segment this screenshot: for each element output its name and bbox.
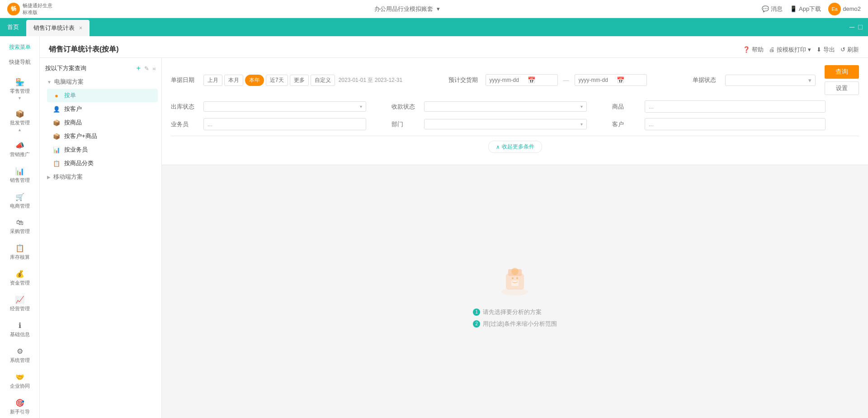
last7days-button[interactable]: 近7天 — [266, 75, 288, 86]
department-arrow-icon: ▾ — [580, 122, 583, 127]
sidebar-item-basic[interactable]: ℹ 基础信息 — [0, 317, 39, 342]
tab-minimize-button[interactable]: ─ — [849, 23, 854, 31]
message-button[interactable]: 💬 消息 — [762, 5, 783, 13]
sidebar-item-marketing[interactable]: 📣 营销推广 — [0, 137, 39, 162]
date-buttons: 上月 本月 本年 近7天 更多 自定义 2023-01-01 至 2023-12… — [203, 75, 402, 86]
department-select[interactable]: ▾ — [424, 119, 587, 129]
help-button[interactable]: ❓ 帮助 — [743, 46, 764, 54]
logo-text: 畅捷通好生意 标准版 — [23, 2, 52, 15]
top-bar-right: 💬 消息 📱 App下载 Ea demo2 — [762, 3, 861, 15]
filter-row-2: 出库状态 ▾ 收款状态 ▾ 商品 — [171, 100, 859, 113]
scheme-item-by-product[interactable]: 📦 按商品 — [47, 116, 158, 129]
sidebar-item-purchase[interactable]: 🛍 采购管理 — [0, 214, 39, 239]
tab-home[interactable]: 首页 — [0, 18, 26, 36]
expected-date-end-input[interactable] — [579, 77, 615, 83]
export-button[interactable]: ⬇ 导出 — [816, 46, 835, 54]
svg-point-5 — [512, 277, 514, 279]
sidebar-item-enterprise[interactable]: 🤝 企业协同 — [0, 368, 39, 394]
this-year-button[interactable]: 本年 — [245, 75, 264, 86]
product-label: 商品 — [612, 103, 639, 111]
salesperson-ellipsis[interactable]: ... — [208, 121, 212, 128]
company-dropdown-icon: ▾ — [437, 5, 440, 12]
sidebar-item-inventory[interactable]: 📋 库存核算 — [0, 239, 39, 265]
page-actions: ❓ 帮助 🖨 按模板打印 ▾ ⬇ 导出 ↺ 刷新 — [743, 46, 859, 54]
scheme-item-by-customer[interactable]: 👤 按客户 — [47, 102, 158, 116]
empty-tip-1: 1 请先选择要分析的方案 — [473, 308, 557, 316]
scheme-collapse-icon[interactable]: « — [153, 65, 156, 72]
sidebar-item-system[interactable]: ⚙ 系统管理 — [0, 342, 39, 368]
product-input[interactable]: ... — [645, 100, 826, 113]
sidebar-item-sales[interactable]: 📊 销售管理 — [0, 162, 39, 188]
sidebar-search-menu[interactable]: 搜索菜单 — [0, 40, 39, 55]
scheme-edit-icon[interactable]: ✎ — [144, 65, 149, 72]
operations-icon: 📈 — [15, 295, 24, 304]
print-dropdown-icon: ▾ — [808, 46, 811, 53]
query-button[interactable]: 查询 — [825, 65, 859, 79]
customer-ellipsis[interactable]: ... — [649, 121, 654, 128]
tab-maximize-button[interactable]: □ — [858, 23, 863, 31]
avatar: Ea — [828, 3, 841, 15]
tab-sales-order-stats[interactable]: 销售订单统计表 × — [26, 20, 90, 36]
print-icon: 🖨 — [769, 46, 775, 53]
status-select[interactable]: ▾ — [725, 75, 816, 86]
customer-input[interactable]: ... — [645, 118, 826, 130]
main-layout: 搜索菜单 快捷导航 🏪 零售管理 ▼ 📦 批发管理 ▲ 📣 营销推广 📊 销售管… — [0, 36, 868, 418]
sidebar-item-newbie[interactable]: 🎯 新手引导 — [0, 394, 39, 418]
empty-illustration — [492, 256, 538, 301]
inventory-icon: 📋 — [15, 244, 24, 252]
filter-row-1: 单据日期 上月 本月 本年 近7天 更多 自定义 2023-01-01 至 20… — [171, 65, 859, 95]
filter-actions: 查询 设置 — [825, 65, 859, 95]
date-separator: — — [563, 77, 569, 84]
tab-close-icon[interactable]: × — [79, 25, 82, 31]
app-download-button[interactable]: 📱 App下载 — [790, 5, 821, 13]
salesperson-input[interactable]: ... — [203, 118, 366, 130]
this-month-button[interactable]: 本月 — [224, 75, 243, 86]
sidebar-item-finance[interactable]: 💰 资金管理 — [0, 265, 39, 291]
purchase-icon: 🛍 — [16, 218, 24, 227]
by-customer-icon: 👤 — [52, 105, 61, 113]
wholesale-expand-icon: ▲ — [18, 128, 22, 132]
collapse-bar-inner[interactable]: ∧ 收起更多条件 — [488, 141, 542, 153]
print-button[interactable]: 🖨 按模板打印 ▾ — [769, 46, 811, 54]
scheme-panel-title: 按以下方案查询 — [45, 64, 86, 72]
sidebar-item-retail[interactable]: 🏪 零售管理 ▼ — [0, 73, 39, 105]
ecommerce-icon: 🛒 — [15, 193, 24, 201]
sidebar-item-ecommerce[interactable]: 🛒 电商管理 — [0, 188, 39, 214]
custom-date-button[interactable]: 自定义 — [311, 75, 335, 86]
sidebar-item-wholesale[interactable]: 📦 批发管理 ▲ — [0, 105, 39, 137]
by-salesperson-icon: 📊 — [52, 146, 61, 154]
expected-date-start-input[interactable] — [490, 77, 526, 83]
tip-text-1: 请先选择要分析的方案 — [483, 308, 542, 316]
expected-date-end[interactable]: 📅 — [575, 74, 647, 86]
user-menu[interactable]: Ea demo2 — [828, 3, 861, 15]
shipment-select[interactable]: ▾ — [203, 101, 366, 112]
tab-bar-actions: ─ □ — [849, 18, 868, 36]
product-ellipsis[interactable]: ... — [649, 103, 654, 110]
filter-panel: 单据日期 上月 本月 本年 近7天 更多 自定义 2023-01-01 至 20… — [162, 58, 868, 165]
collapse-bar[interactable]: ∧ 收起更多条件 — [171, 136, 859, 157]
tab-bar: 首页 销售订单统计表 × ─ □ — [0, 18, 868, 36]
shipment-arrow-icon: ▾ — [360, 104, 362, 109]
sidebar-quick-nav[interactable]: 快捷导航 — [0, 55, 39, 70]
scheme-group-mobile-title[interactable]: ▶ 移动端方案 — [43, 170, 158, 184]
company-selector[interactable]: 办公用品行业模拟账套 ▾ — [374, 5, 440, 13]
scheme-item-by-customer-product[interactable]: 📦 按客户+商品 — [47, 129, 158, 143]
payment-select[interactable]: ▾ — [424, 101, 587, 112]
expected-date-start[interactable]: 📅 — [486, 74, 558, 86]
setting-button[interactable]: 设置 — [825, 81, 859, 95]
wholesale-icon: 📦 — [15, 109, 24, 118]
scheme-item-by-salesperson[interactable]: 📊 按业务员 — [47, 143, 158, 157]
last-month-button[interactable]: 上月 — [203, 75, 222, 86]
tip-num-2: 2 — [473, 320, 480, 328]
sidebar-item-operations[interactable]: 📈 经营管理 — [0, 291, 39, 317]
scheme-add-icon[interactable]: + — [136, 64, 140, 72]
scheme-item-by-category[interactable]: 📋 按商品分类 — [47, 157, 158, 170]
by-customer-product-icon: 📦 — [52, 132, 61, 140]
scheme-item-by-order[interactable]: ● 按单 — [47, 89, 158, 102]
sidebar: 搜索菜单 快捷导航 🏪 零售管理 ▼ 📦 批发管理 ▲ 📣 营销推广 📊 销售管… — [0, 36, 40, 418]
system-icon: ⚙ — [17, 347, 23, 356]
refresh-button[interactable]: ↺ 刷新 — [840, 46, 859, 54]
scheme-group-pc-title[interactable]: ▼ 电脑端方案 — [43, 75, 158, 89]
more-date-button[interactable]: 更多 — [290, 75, 309, 86]
calendar-icon-end: 📅 — [617, 76, 624, 84]
